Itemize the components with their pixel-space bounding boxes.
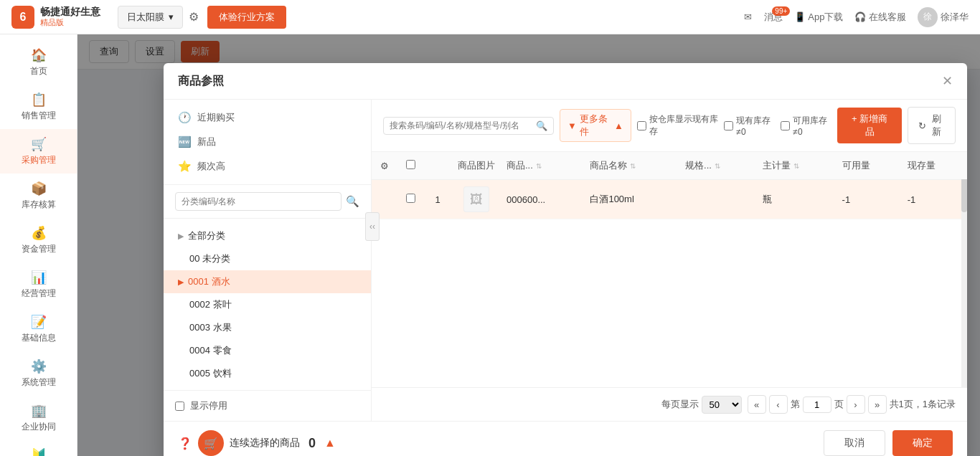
th-spec[interactable]: 规格... ⇅ bbox=[679, 152, 757, 180]
online-service-btn[interactable]: 🎧 在线客服 bbox=[854, 11, 906, 24]
tab-new-label: 新品 bbox=[197, 136, 216, 148]
sidebar-label-sales: 销售管理 bbox=[22, 110, 56, 122]
tree-item-0004[interactable]: 0004 零食 bbox=[164, 339, 371, 362]
category-search-input[interactable] bbox=[175, 192, 341, 211]
page-prev-btn[interactable]: ‹ bbox=[769, 395, 788, 414]
modal-body: 🕐 近期购买 🆕 新品 ⭐ 频次高 bbox=[164, 100, 967, 421]
sidebar-item-sales[interactable]: 📋 销售管理 bbox=[0, 85, 77, 129]
star-icon: ⭐ bbox=[178, 160, 192, 173]
panel-collapse-btn[interactable]: ‹‹ bbox=[365, 212, 380, 241]
tree-item-00[interactable]: 00 未分类 bbox=[164, 247, 371, 270]
th-settings[interactable]: ⚙ bbox=[372, 152, 397, 180]
tree-item-0003[interactable]: 0003 水果 bbox=[164, 316, 371, 339]
sidebar-label-basic: 基础信息 bbox=[22, 332, 56, 344]
store-name: 日太阳膜 bbox=[127, 11, 164, 24]
app-download-btn[interactable]: 📱 App下载 bbox=[794, 11, 843, 24]
refresh-btn[interactable]: ↻ 刷新 bbox=[908, 107, 956, 144]
th-usable-label: 可用量 bbox=[842, 160, 870, 171]
th-code-label: 商品... bbox=[507, 159, 533, 172]
modal-title: 商品参照 bbox=[178, 74, 224, 89]
show-disabled-label[interactable]: 显示停用 bbox=[190, 399, 227, 412]
row-checkbox[interactable] bbox=[406, 194, 415, 203]
avatar: 徐 bbox=[918, 7, 938, 27]
per-page-select[interactable]: 10 20 50 100 bbox=[702, 396, 742, 414]
sidebar-item-system[interactable]: ⚙️ 系统管理 bbox=[0, 351, 77, 396]
sidebar-item-company[interactable]: 🏢 企业协同 bbox=[0, 396, 77, 440]
product-thumbnail: 🖼 bbox=[463, 186, 489, 212]
row-num: 1 bbox=[423, 180, 452, 219]
by-warehouse-label[interactable]: 按仓库显示现有库存 bbox=[649, 113, 718, 138]
usable-neq0-checkbox[interactable] bbox=[781, 121, 790, 130]
tree-item-0001[interactable]: ▶ 0001 酒水 bbox=[164, 270, 371, 293]
sidebar-item-operation[interactable]: 📊 经营管理 bbox=[0, 262, 77, 307]
th-image: 商品图片 bbox=[452, 152, 501, 180]
gear-icon[interactable]: ⚙ bbox=[189, 10, 199, 24]
tree-item-0002[interactable]: 0002 茶叶 bbox=[164, 293, 371, 316]
more-filter-btn[interactable]: ▼ 更多条件 ▲ bbox=[560, 109, 631, 142]
th-spec-label: 规格... bbox=[685, 159, 712, 172]
select-all-checkbox[interactable] bbox=[406, 160, 415, 169]
table-row[interactable]: 1 🖼 000600... 白酒100ml 瓶 -1 -1 bbox=[372, 180, 967, 219]
page-first-btn[interactable]: « bbox=[748, 395, 766, 414]
filter-icon: ▼ bbox=[567, 120, 577, 131]
code-sort[interactable]: 商品... ⇅ bbox=[507, 159, 578, 172]
messages-badge: 99+ bbox=[772, 6, 790, 16]
stock-neq0-label[interactable]: 现有库存≠0 bbox=[736, 115, 775, 137]
modal-footer: ❓ 🛒 连续选择的商品 0 ▲ 取消 确定 bbox=[164, 421, 967, 456]
page-last-btn[interactable]: » bbox=[868, 395, 887, 414]
th-usable: 可用量 bbox=[837, 152, 902, 180]
cart-button[interactable]: 🛒 bbox=[198, 430, 224, 456]
sidebar-item-home[interactable]: 🏠 首页 bbox=[0, 40, 77, 85]
refresh-icon: ↻ bbox=[918, 120, 926, 131]
th-code[interactable]: 商品... ⇅ bbox=[501, 152, 584, 180]
sidebar-item-finance[interactable]: 💰 资金管理 bbox=[0, 218, 77, 262]
tab-frequent-label: 频次高 bbox=[197, 160, 225, 173]
tree-item-0008[interactable]: 0008 水 bbox=[164, 385, 371, 390]
category-search-icon[interactable]: 🔍 bbox=[346, 195, 359, 208]
category-tree: ▶ 全部分类 00 未分类 ▶ 0001 酒水 0002 茶叶 bbox=[164, 219, 371, 390]
left-tabs: 🕐 近期购买 🆕 新品 ⭐ 频次高 bbox=[164, 100, 371, 185]
new-icon: 🆕 bbox=[178, 136, 192, 148]
name-sort[interactable]: 商品名称 ⇅ bbox=[590, 159, 674, 172]
help-icon[interactable]: ❓ bbox=[178, 437, 192, 450]
cancel-button[interactable]: 取消 bbox=[824, 430, 885, 456]
footer-left: ❓ 🛒 连续选择的商品 0 ▲ bbox=[178, 430, 336, 456]
tree-item-all[interactable]: ▶ 全部分类 bbox=[164, 224, 371, 247]
page-next-btn[interactable]: › bbox=[847, 395, 865, 414]
page-input[interactable] bbox=[803, 396, 831, 413]
th-name[interactable]: 商品名称 ⇅ bbox=[584, 152, 679, 180]
sidebar-item-basic[interactable]: 📝 基础信息 bbox=[0, 307, 77, 351]
store-selector[interactable]: 日太阳膜 ▾ bbox=[118, 6, 183, 29]
cart-count: 0 bbox=[308, 436, 316, 451]
tree-item-0005[interactable]: 0005 饮料 bbox=[164, 362, 371, 385]
sidebar-item-inventory[interactable]: 📦 库存核算 bbox=[0, 174, 77, 218]
product-search-icon[interactable]: 🔍 bbox=[536, 120, 547, 131]
sidebar-item-purchase[interactable]: 🛒 采购管理 bbox=[0, 129, 77, 174]
trial-button[interactable]: 体验行业方案 bbox=[207, 6, 286, 29]
sort-icon-spec: ⇅ bbox=[715, 162, 720, 170]
th-unit[interactable]: 主计量 ⇅ bbox=[757, 152, 837, 180]
active-arrow-icon: ▶ bbox=[178, 277, 184, 287]
messages-btn[interactable]: ✉ 99+ 消息 bbox=[744, 11, 783, 24]
sidebar-item-guide[interactable]: 🔰 新手引导 bbox=[0, 440, 77, 456]
tab-frequent[interactable]: ⭐ 频次高 bbox=[164, 154, 371, 179]
table-scrollbar[interactable] bbox=[961, 152, 967, 387]
stock-neq0-checkbox[interactable] bbox=[724, 121, 733, 130]
confirm-button[interactable]: 确定 bbox=[892, 430, 953, 456]
user-menu[interactable]: 徐 徐泽华 bbox=[918, 7, 969, 27]
logo-area: 6 畅捷通好生意 精品版 bbox=[11, 6, 100, 29]
by-warehouse-checkbox[interactable] bbox=[637, 121, 646, 130]
modal-close-button[interactable]: ✕ bbox=[942, 73, 953, 89]
tab-recent[interactable]: 🕐 近期购买 bbox=[164, 105, 371, 130]
collapse-footer-btn[interactable]: ▲ bbox=[324, 437, 336, 450]
home-icon: 🏠 bbox=[31, 47, 47, 63]
tree-label-all: 全部分类 bbox=[188, 229, 225, 242]
unit-sort[interactable]: 主计量 ⇅ bbox=[763, 159, 831, 172]
sidebar-label-company: 企业协同 bbox=[22, 421, 56, 433]
add-product-btn[interactable]: + 新增商品 bbox=[837, 108, 901, 143]
spec-sort[interactable]: 规格... ⇅ bbox=[685, 159, 751, 172]
show-disabled-checkbox[interactable] bbox=[175, 402, 184, 411]
tab-new[interactable]: 🆕 新品 bbox=[164, 130, 371, 154]
usable-neq0-label[interactable]: 可用库存≠0 bbox=[793, 115, 831, 137]
product-search-input[interactable] bbox=[390, 120, 533, 130]
